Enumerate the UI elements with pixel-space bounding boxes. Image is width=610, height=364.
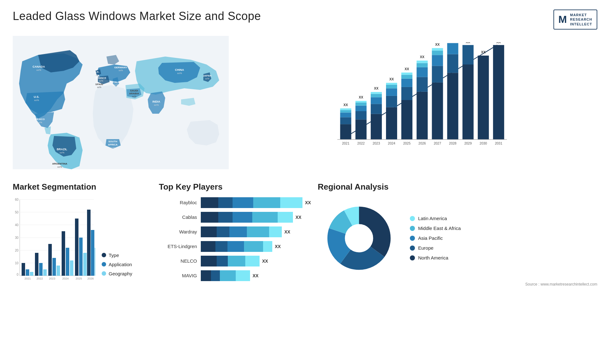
player-xx-mavig: XX	[253, 273, 259, 278]
player-bar-cablas: XX	[201, 212, 311, 223]
legend-dot-application	[102, 262, 106, 266]
donut-area: Latin America Middle East & Africa Asia …	[318, 197, 597, 280]
svg-rect-90	[463, 45, 474, 64]
svg-rect-52	[371, 94, 382, 98]
svg-text:CANADA: CANADA	[33, 65, 45, 68]
player-xx-raybloc: XX	[305, 200, 311, 205]
segmentation-bars: 60 50 40 30 20 10 0	[13, 197, 95, 286]
svg-text:GERMANY: GERMANY	[114, 66, 128, 69]
legend-label-application: Application	[109, 262, 132, 267]
legend-dot-europe	[410, 246, 415, 251]
svg-text:xx%: xx%	[177, 72, 182, 75]
svg-rect-36	[340, 117, 351, 124]
svg-rect-127	[62, 231, 65, 276]
legend-item-north-america: North America	[410, 255, 461, 260]
svg-text:2023: 2023	[373, 141, 380, 145]
svg-text:XX: XX	[389, 77, 394, 81]
player-xx-wardray: XX	[284, 229, 290, 234]
svg-text:SAUDI: SAUDI	[130, 89, 138, 92]
legend-label-north-america: North America	[418, 255, 448, 260]
segmentation-chart-svg: 60 50 40 30 20 10 0	[13, 197, 95, 283]
svg-text:xx%: xx%	[119, 69, 123, 71]
player-xx-nelco: XX	[262, 259, 268, 264]
svg-text:2026: 2026	[418, 141, 426, 145]
legend-label-latin-america: Latin America	[418, 216, 447, 221]
svg-rect-123	[48, 244, 52, 276]
legend-dot-middle-east	[410, 226, 415, 231]
svg-text:2028: 2028	[449, 141, 457, 145]
svg-rect-77	[432, 83, 443, 139]
segmentation-section: Market Segmentation 60 50 40 30 20 10 0	[13, 182, 152, 286]
svg-rect-131	[75, 219, 78, 276]
svg-rect-51	[371, 97, 382, 104]
player-row-wardray: Wardray XX	[159, 226, 311, 238]
svg-text:U.K.: U.K.	[94, 71, 99, 73]
legend-item-middle-east: Middle East & Africa	[410, 226, 461, 231]
svg-rect-66	[401, 75, 412, 78]
player-bar-nelco: XX	[201, 255, 311, 267]
svg-text:xx%: xx%	[36, 69, 41, 71]
svg-rect-121	[43, 269, 47, 276]
svg-rect-65	[401, 79, 412, 87]
svg-rect-138	[87, 210, 91, 276]
player-row-ets: ETS-Lindgren XX	[159, 241, 311, 252]
svg-rect-139	[91, 230, 94, 276]
svg-rect-140	[95, 248, 95, 276]
svg-rect-93	[478, 56, 489, 139]
svg-rect-53	[371, 92, 382, 94]
bar-chart-svg: XX 2021 XX 2022 XX 2023 XX 20	[248, 42, 591, 153]
svg-point-146	[345, 224, 373, 252]
svg-rect-115	[22, 263, 25, 276]
player-name-mavig: MAVIG	[159, 273, 197, 278]
legend-item-latin-america: Latin America	[410, 216, 461, 221]
svg-text:40: 40	[15, 223, 19, 227]
svg-text:0: 0	[17, 273, 18, 276]
logo-text: MARKET RESEARCH INTELLECT	[570, 13, 592, 26]
svg-text:MEXICO: MEXICO	[35, 118, 45, 121]
svg-text:xx%: xx%	[99, 80, 103, 82]
svg-text:xx%: xx%	[154, 104, 159, 106]
svg-rect-80	[432, 51, 443, 55]
svg-text:20: 20	[15, 249, 19, 252]
svg-text:XX: XX	[359, 95, 363, 99]
player-row-nelco: NELCO XX	[159, 255, 311, 267]
segmentation-legend: Type Application Geography	[102, 253, 132, 286]
regional-legend: Latin America Middle East & Africa Asia …	[410, 216, 461, 260]
legend-item-geography: Geography	[102, 271, 132, 276]
regional-title: Regional Analysis	[318, 182, 597, 192]
legend-label-middle-east: Middle East & Africa	[418, 226, 461, 231]
logo-letter: M	[559, 14, 567, 25]
svg-text:XX: XX	[435, 42, 440, 46]
svg-text:SOUTH: SOUTH	[108, 140, 117, 143]
svg-text:10: 10	[15, 261, 19, 265]
svg-text:BRAZIL: BRAZIL	[57, 148, 67, 151]
segmentation-chart-area: 60 50 40 30 20 10 0	[13, 197, 152, 286]
svg-text:2021: 2021	[24, 277, 31, 280]
source-text: Source : www.marketresearchintellect.com	[318, 282, 597, 286]
svg-text:SPAIN: SPAIN	[95, 83, 103, 86]
world-map: CANADA xx% U.S. xx% MEXICO xx% BRAZIL xx…	[13, 36, 229, 169]
svg-text:XX: XX	[481, 50, 485, 54]
svg-text:2030: 2030	[480, 141, 487, 145]
svg-rect-129	[70, 260, 73, 276]
svg-rect-78	[432, 66, 443, 83]
svg-rect-60	[386, 83, 397, 85]
svg-rect-58	[386, 88, 397, 96]
legend-dot-asia-pacific	[410, 236, 415, 241]
legend-dot-type	[102, 253, 106, 257]
svg-rect-70	[417, 92, 428, 140]
svg-text:XX: XX	[420, 55, 424, 59]
svg-text:XX: XX	[343, 103, 348, 107]
player-name-nelco: NELCO	[159, 258, 197, 264]
svg-text:xx%: xx%	[37, 121, 42, 124]
svg-text:60: 60	[15, 198, 19, 201]
svg-rect-116	[26, 269, 29, 276]
svg-text:2022: 2022	[357, 141, 365, 145]
svg-rect-84	[447, 73, 458, 139]
svg-text:XX: XX	[405, 67, 409, 71]
svg-text:2027: 2027	[434, 141, 441, 145]
svg-rect-44	[356, 105, 367, 111]
player-xx-ets: XX	[275, 244, 281, 249]
svg-text:ITALY: ITALY	[112, 81, 119, 84]
svg-rect-57	[386, 96, 397, 107]
